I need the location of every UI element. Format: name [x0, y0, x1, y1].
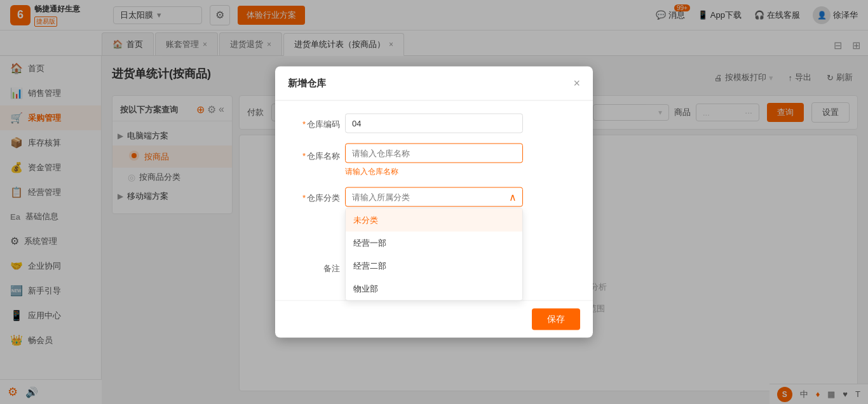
dropdown-option-dept3[interactable]: 物业部: [346, 278, 522, 300]
warehouse-remark-label: 备注: [294, 258, 345, 274]
warehouse-code-row: 仓库编码: [294, 114, 574, 133]
modal-title: 新增仓库: [288, 77, 326, 90]
modal-header: 新增仓库 ×: [275, 67, 593, 101]
warehouse-category-label: 仓库分类: [294, 187, 345, 204]
modal-close-button[interactable]: ×: [573, 77, 580, 90]
save-button[interactable]: 保存: [532, 309, 580, 330]
warehouse-name-input[interactable]: [345, 144, 523, 163]
modal-footer: 保存: [275, 300, 593, 338]
category-select-wrapper: ∧ 未分类 经营一部 经营二部 物业部: [345, 187, 523, 207]
category-input[interactable]: [345, 187, 523, 207]
category-arrow-icon[interactable]: ∧: [509, 191, 517, 203]
dropdown-option-dept1[interactable]: 经营一部: [346, 232, 522, 255]
warehouse-code-input[interactable]: [345, 114, 523, 133]
category-dropdown: 未分类 经营一部 经营二部 物业部: [345, 208, 523, 301]
warehouse-name-error: 请输入仓库名称: [345, 167, 398, 176]
dropdown-option-dept2[interactable]: 经营二部: [346, 255, 522, 278]
warehouse-name-label: 仓库名称: [294, 145, 345, 161]
modal-body: 仓库编码 仓库名称 请输入仓库名称 仓库分类 ∧ 未分类 经营一部: [275, 101, 593, 300]
warehouse-name-row: 仓库名称 请输入仓库名称: [294, 144, 574, 177]
add-warehouse-modal: 新增仓库 × 仓库编码 仓库名称 请输入仓库名称 仓库分类 ∧: [275, 67, 593, 338]
warehouse-category-row: 仓库分类 ∧ 未分类 经营一部 经营二部 物业部: [294, 187, 574, 207]
warehouse-code-label: 仓库编码: [294, 114, 345, 130]
dropdown-option-uncategorized[interactable]: 未分类: [346, 209, 522, 232]
